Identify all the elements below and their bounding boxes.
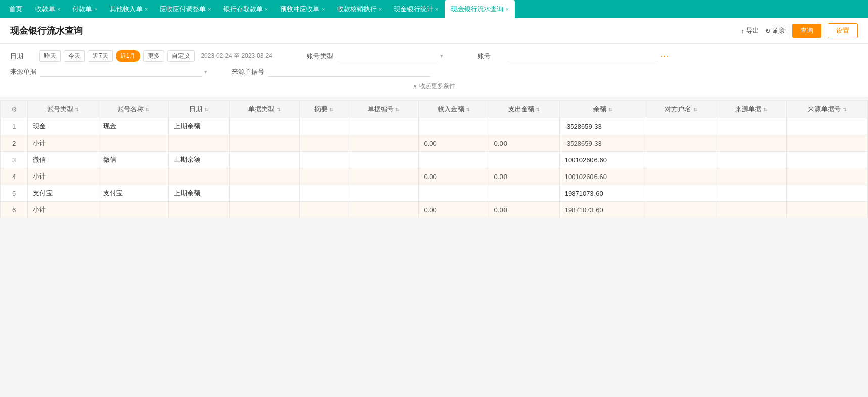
table-row[interactable]: 1现金现金上期余额-3528659.33 bbox=[1, 118, 868, 135]
table-cell bbox=[787, 202, 868, 218]
table-cell bbox=[419, 118, 489, 135]
table-cell: 小计 bbox=[28, 135, 98, 152]
query-button[interactable]: 查询 bbox=[792, 24, 821, 38]
table-row[interactable]: 5支付宝支付宝上期余额19871073.60 bbox=[1, 185, 868, 202]
account-no-area: ··· bbox=[507, 51, 669, 61]
table-cell: 5 bbox=[1, 185, 28, 202]
filter-area: 日期 昨天 今天 近7天 近1月 更多 自定义 2023-02-24 至 202… bbox=[0, 44, 868, 97]
nav-item-fukuandan[interactable]: 付款单 × bbox=[66, 0, 103, 18]
close-icon[interactable]: × bbox=[94, 0, 97, 18]
table-cell: 6 bbox=[1, 202, 28, 218]
th-income[interactable]: 收入金额 ⇅ bbox=[419, 101, 489, 118]
table-cell bbox=[716, 118, 787, 135]
table-cell bbox=[299, 202, 348, 218]
table-cell: 19871073.60 bbox=[559, 202, 646, 218]
th-gear[interactable]: ⚙ bbox=[1, 101, 28, 118]
close-icon[interactable]: × bbox=[435, 0, 438, 18]
export-button[interactable]: ↑ 导出 bbox=[741, 26, 760, 35]
close-icon[interactable]: × bbox=[379, 0, 382, 18]
th-balance[interactable]: 余额 ⇅ bbox=[559, 101, 646, 118]
table-row[interactable]: 3微信微信上期余额100102606.60 bbox=[1, 152, 868, 168]
table-cell: -3528659.33 bbox=[559, 118, 646, 135]
table-row[interactable]: 2小计0.000.00-3528659.33 bbox=[1, 135, 868, 152]
table-cell: 1 bbox=[1, 118, 28, 135]
table-cell bbox=[489, 185, 559, 202]
close-icon[interactable]: × bbox=[208, 0, 211, 18]
date-btn-today[interactable]: 今天 bbox=[64, 50, 85, 62]
table-cell bbox=[168, 168, 229, 185]
close-icon[interactable]: × bbox=[265, 0, 268, 18]
date-btn-custom[interactable]: 自定义 bbox=[167, 50, 195, 62]
export-icon: ↑ bbox=[741, 27, 745, 35]
table-cell: 4 bbox=[1, 168, 28, 185]
settings-button[interactable]: 设置 bbox=[828, 23, 858, 38]
table-cell: 0.00 bbox=[419, 168, 489, 185]
nav-item-qitashouru[interactable]: 其他收入单 × bbox=[104, 0, 154, 18]
refresh-button[interactable]: ↻ 刷新 bbox=[765, 26, 786, 35]
table-cell bbox=[646, 202, 716, 218]
filter-row-1: 日期 昨天 今天 近7天 近1月 更多 自定义 2023-02-24 至 202… bbox=[10, 50, 858, 62]
table-cell bbox=[229, 202, 299, 218]
page-header: 现金银行流水查询 ↑ 导出 ↻ 刷新 查询 设置 bbox=[0, 18, 868, 44]
th-doc-no[interactable]: 单据编号 ⇅ bbox=[348, 101, 419, 118]
account-type-select-wrapper: 现金 微信 支付宝 ▾ bbox=[337, 51, 443, 61]
date-btn-yesterday[interactable]: 昨天 bbox=[39, 50, 61, 62]
gear-icon[interactable]: ⚙ bbox=[11, 106, 17, 113]
table-row[interactable]: 6小计0.000.0019871073.60 bbox=[1, 202, 868, 218]
nav-item-yushouzhonying[interactable]: 预收冲应收单 × bbox=[274, 0, 331, 18]
source-doc-label: 来源单据 bbox=[10, 67, 36, 76]
table-row[interactable]: 4小计0.000.00100102606.60 bbox=[1, 168, 868, 185]
account-type-select[interactable]: 现金 微信 支付宝 bbox=[337, 51, 438, 61]
th-source-doc-no[interactable]: 来源单据号 ⇅ bbox=[787, 101, 868, 118]
dots-button[interactable]: ··· bbox=[661, 52, 669, 61]
th-expense[interactable]: 支出金额 ⇅ bbox=[489, 101, 559, 118]
nav-home[interactable]: 首页 bbox=[2, 0, 29, 18]
close-icon[interactable]: × bbox=[57, 0, 60, 18]
table-cell bbox=[98, 168, 168, 185]
table-cell bbox=[489, 152, 559, 168]
table-cell bbox=[787, 152, 868, 168]
sort-icon: ⇅ bbox=[204, 107, 208, 112]
close-icon[interactable]: × bbox=[145, 0, 148, 18]
chevron-up-icon: ∧ bbox=[413, 83, 417, 90]
source-doc-no-input[interactable] bbox=[268, 67, 430, 77]
account-no-input[interactable] bbox=[507, 51, 659, 61]
th-counterparty[interactable]: 对方户名 ⇅ bbox=[646, 101, 716, 118]
th-date[interactable]: 日期 ⇅ bbox=[168, 101, 229, 118]
date-btn-7days[interactable]: 近7天 bbox=[88, 50, 113, 62]
table-cell: 0.00 bbox=[489, 202, 559, 218]
close-icon[interactable]: × bbox=[506, 0, 509, 18]
collapse-button[interactable]: ∧ 收起更多条件 bbox=[10, 82, 858, 91]
table-cell bbox=[646, 135, 716, 152]
th-account-type[interactable]: 账号类型 ⇅ bbox=[28, 101, 98, 118]
nav-item-yingshoutiaozheng[interactable]: 应收应付调整单 × bbox=[154, 0, 217, 18]
table-cell bbox=[168, 135, 229, 152]
source-doc-select[interactable] bbox=[40, 67, 202, 77]
table-cell bbox=[716, 152, 787, 168]
table-cell bbox=[646, 168, 716, 185]
close-icon[interactable]: × bbox=[322, 0, 325, 18]
table-cell: 0.00 bbox=[489, 168, 559, 185]
data-table: ⚙ 账号类型 ⇅ 账号名称 ⇅ 日期 ⇅ 单据类型 ⇅ bbox=[0, 100, 868, 218]
nav-item-xianjinliushui[interactable]: 现金银行流水查询 × bbox=[445, 0, 515, 18]
nav-item-xianjintongji[interactable]: 现金银行统计 × bbox=[388, 0, 444, 18]
table-cell bbox=[299, 185, 348, 202]
table-cell: 0.00 bbox=[419, 202, 489, 218]
table-cell bbox=[787, 185, 868, 202]
table-cell bbox=[299, 152, 348, 168]
th-summary[interactable]: 摘要 ⇅ bbox=[299, 101, 348, 118]
chevron-down-icon: ▾ bbox=[440, 53, 443, 59]
th-doc-type[interactable]: 单据类型 ⇅ bbox=[229, 101, 299, 118]
sort-icon: ⇅ bbox=[466, 107, 470, 112]
table-cell bbox=[168, 202, 229, 218]
nav-item-yinhangcunqu[interactable]: 银行存取款单 × bbox=[217, 0, 274, 18]
th-source-doc[interactable]: 来源单据 ⇅ bbox=[716, 101, 787, 118]
date-btn-1month[interactable]: 近1月 bbox=[116, 50, 141, 62]
sort-icon: ⇅ bbox=[843, 107, 847, 112]
nav-item-shoudan[interactable]: 收款单 × bbox=[29, 0, 66, 18]
table-cell bbox=[98, 135, 168, 152]
date-btn-more[interactable]: 更多 bbox=[143, 50, 164, 62]
nav-item-shoukuanzhixing[interactable]: 收款核销执行 × bbox=[331, 0, 388, 18]
th-account-name[interactable]: 账号名称 ⇅ bbox=[98, 101, 168, 118]
table-cell bbox=[787, 135, 868, 152]
